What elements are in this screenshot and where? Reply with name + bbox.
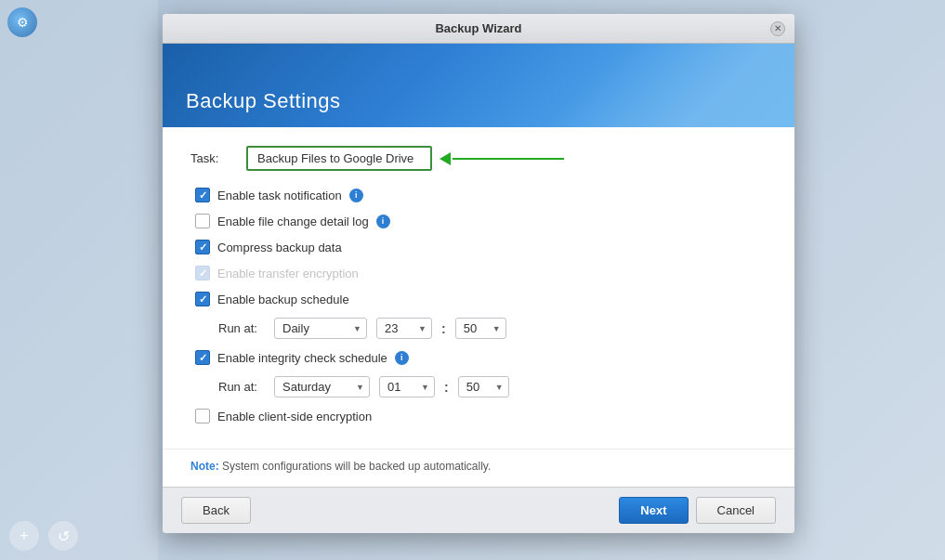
integrity-minute-select-wrapper: 50 ▼ — [458, 376, 509, 397]
content-area: Task: ✓ Enable task notification i — [163, 127, 794, 449]
enable-task-notification-row: ✓ Enable task notification i — [190, 188, 767, 202]
client-encryption-row: Enable client-side encryption — [190, 409, 767, 423]
checkmark-icon: ✓ — [199, 242, 207, 253]
integrity-check-info-icon[interactable]: i — [395, 351, 409, 365]
header-banner: Backup Settings — [163, 44, 794, 127]
integrity-check-checkbox[interactable]: ✓ — [195, 350, 210, 365]
frequency-select-wrapper: Daily Weekly Monthly ▼ — [274, 318, 367, 339]
note-body: System configurations will be backed up … — [219, 460, 492, 473]
add-button[interactable]: + — [9, 521, 39, 551]
task-row: Task: — [190, 146, 767, 171]
close-button[interactable]: ✕ — [770, 21, 785, 36]
file-change-log-checkbox[interactable] — [195, 214, 210, 228]
backup-schedule-checkbox[interactable]: ✓ — [195, 292, 210, 306]
integrity-check-row: ✓ Enable integrity check schedule i — [190, 350, 767, 365]
task-notification-info-icon[interactable]: i — [349, 189, 363, 202]
integrity-day-select-wrapper: Saturday Sunday Monday Tuesday Wednesday… — [274, 376, 370, 397]
history-button[interactable]: ↺ — [48, 521, 78, 551]
integrity-minute-select[interactable]: 50 — [458, 376, 509, 397]
client-encryption-checkbox[interactable] — [195, 409, 210, 423]
footer-right-buttons: Next Cancel — [619, 497, 776, 524]
transfer-encryption-label: Enable transfer encryption — [217, 267, 359, 280]
backup-schedule-label: Enable backup schedule — [217, 293, 349, 306]
integrity-run-at-row: Run at: Saturday Sunday Monday Tuesday W… — [190, 376, 767, 397]
backup-minute-select[interactable]: 50 — [455, 318, 506, 339]
task-name-input[interactable] — [246, 146, 432, 171]
enable-task-notification-checkbox[interactable]: ✓ — [195, 188, 210, 202]
task-label: Task: — [190, 151, 232, 165]
arrow-head — [440, 152, 451, 165]
back-button[interactable]: Back — [181, 497, 251, 524]
cancel-button[interactable]: Cancel — [696, 497, 776, 524]
compress-backup-row: ✓ Compress backup data — [190, 240, 767, 254]
time-colon: : — [441, 321, 446, 336]
dialog-title: Backup Wizard — [187, 21, 770, 35]
file-change-log-info-icon[interactable]: i — [376, 215, 390, 228]
desktop: ⚙ + ↺ Backup Wizard ✕ Backup Settings — [0, 0, 945, 560]
backup-schedule-row: ✓ Enable backup schedule — [190, 292, 767, 306]
checkmark-icon: ✓ — [199, 294, 207, 305]
enable-task-notification-label: Enable task notification — [217, 189, 342, 202]
integrity-run-at-label: Run at: — [218, 380, 265, 394]
file-change-log-label: Enable file change detail log — [217, 215, 369, 228]
checkmark-icon: ✓ — [199, 190, 207, 201]
header-title: Backup Settings — [186, 89, 340, 113]
client-encryption-label: Enable client-side encryption — [217, 410, 372, 423]
title-bar: Backup Wizard ✕ — [163, 14, 794, 44]
dialog-footer: Back Next Cancel — [163, 487, 794, 533]
integrity-hour-select-wrapper: 01 ▼ — [379, 376, 435, 397]
backup-hour-select[interactable]: 23 — [376, 318, 432, 339]
arrow-line — [453, 158, 564, 160]
backup-run-at-label: Run at: — [218, 321, 265, 335]
integrity-day-select[interactable]: Saturday Sunday Monday Tuesday Wednesday… — [274, 376, 370, 397]
integrity-check-label: Enable integrity check schedule — [217, 351, 387, 365]
compress-backup-checkbox[interactable]: ✓ — [195, 240, 210, 254]
integrity-hour-select[interactable]: 01 — [379, 376, 435, 397]
note-prefix: Note: — [190, 460, 219, 473]
task-input-wrapper — [246, 146, 564, 171]
transfer-encryption-row: ✓ Enable transfer encryption — [190, 266, 767, 280]
backup-run-at-row: Run at: Daily Weekly Monthly ▼ 23 ▼ : — [190, 318, 767, 339]
backup-wizard-dialog: Backup Wizard ✕ Backup Settings Task: — [163, 14, 794, 533]
transfer-encryption-checkbox[interactable]: ✓ — [195, 266, 210, 280]
checkmark-icon: ✓ — [199, 268, 207, 279]
compress-backup-label: Compress backup data — [217, 241, 342, 254]
file-change-log-row: Enable file change detail log i — [190, 214, 767, 228]
backup-minute-select-wrapper: 50 ▼ — [455, 318, 506, 339]
backup-hour-select-wrapper: 23 ▼ — [376, 318, 432, 339]
next-button[interactable]: Next — [619, 497, 688, 524]
backup-frequency-select[interactable]: Daily Weekly Monthly — [274, 318, 367, 339]
note-section: Note: System configurations will be back… — [163, 449, 794, 487]
checkmark-icon: ✓ — [199, 353, 207, 363]
taskbar: + ↺ — [0, 0, 158, 560]
arrow-indicator — [440, 152, 564, 165]
integrity-time-colon: : — [444, 380, 449, 395]
note-text: Note: System configurations will be back… — [190, 460, 491, 473]
